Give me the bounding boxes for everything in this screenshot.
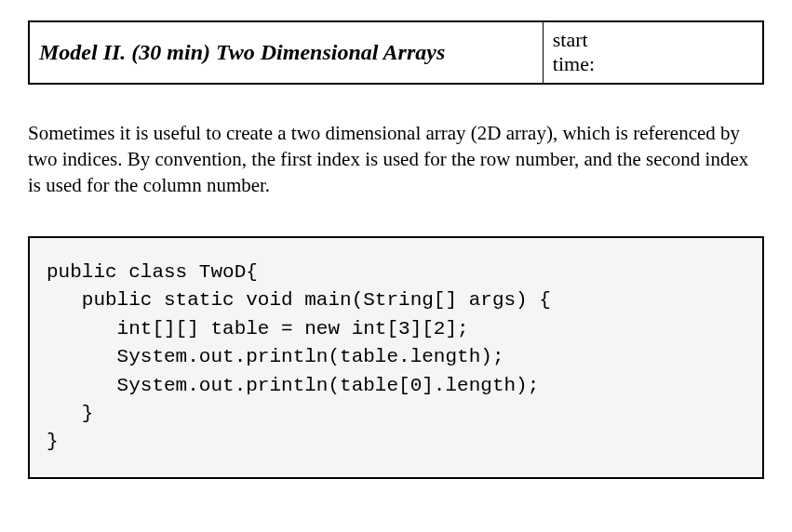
start-label: start bbox=[553, 28, 753, 52]
section-title: Model II. (30 min) Two Dimensional Array… bbox=[29, 21, 543, 84]
header-table: Model II. (30 min) Two Dimensional Array… bbox=[28, 20, 764, 85]
code-block: public class TwoD{ public static void ma… bbox=[28, 236, 764, 479]
description-paragraph: Sometimes it is useful to create a two d… bbox=[28, 120, 764, 199]
time-cell: start time: bbox=[543, 21, 763, 84]
time-label: time: bbox=[553, 52, 753, 76]
